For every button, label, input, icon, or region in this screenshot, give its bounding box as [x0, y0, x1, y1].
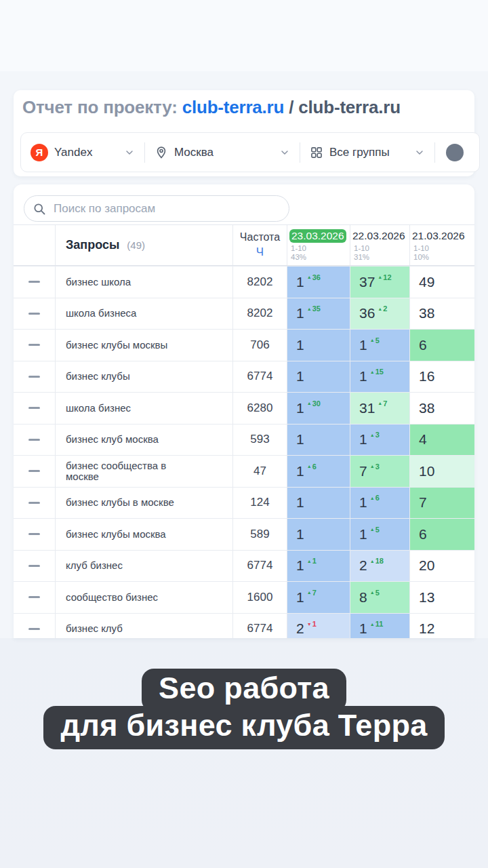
delta-arrow-icon: ▲: [370, 496, 375, 500]
frequency-cell: 6774: [233, 551, 287, 582]
frequency-value: 1600: [247, 591, 273, 604]
table-row[interactable]: сообщество бизнес 1600 1 ▲7 8 ▲5 13: [14, 581, 474, 613]
frequency-value: 6774: [247, 622, 273, 635]
query-cell[interactable]: сообщество бизнес: [56, 582, 233, 613]
drag-handle[interactable]: [14, 330, 56, 361]
table-row[interactable]: бизнес клуб москва 593 1 1 ▲3 4: [14, 424, 474, 456]
frequency-cell: 706: [233, 330, 287, 361]
grid-icon: [310, 146, 323, 159]
drag-handle-icon: [28, 407, 40, 409]
drag-handle[interactable]: [14, 614, 56, 639]
search-engine-selector[interactable]: Я Yandex: [21, 133, 144, 172]
position-cell: 7 ▲3: [350, 456, 410, 487]
drag-handle[interactable]: [14, 298, 56, 330]
position-cell: 16: [410, 361, 474, 393]
frequency-cell: 8202: [233, 267, 287, 298]
delta-arrow-icon: ▲: [378, 307, 382, 311]
position-delta: ▲3: [370, 431, 380, 439]
position-value: 2: [296, 620, 304, 637]
page-title-prefix: Отчет по проекту:: [22, 97, 178, 117]
frequency-cell: 6774: [233, 361, 287, 393]
drag-handle[interactable]: [14, 582, 56, 613]
delta-value: 7: [312, 589, 317, 597]
frequency-column-header[interactable]: Частота Ч: [233, 225, 287, 265]
position-delta: ▲15: [370, 368, 384, 376]
project-link[interactable]: club-terra.ru: [182, 97, 285, 117]
position-cell: 6: [410, 330, 474, 361]
drag-handle[interactable]: [14, 519, 56, 550]
groups-label: Все группы: [329, 146, 390, 159]
table-row[interactable]: бизнес клуб 6774 2 ▼1 1 ▲11 12: [14, 613, 474, 639]
position-delta: ▲12: [378, 273, 391, 281]
table-row[interactable]: школа бизнеса 8202 1 ▲35 36 ▲2 38: [14, 298, 474, 330]
filter-toolbar: Я Yandex Москва Все группы: [20, 132, 480, 172]
table-row[interactable]: бизнес клубы москвы 706 1 1 ▲5 6: [14, 329, 474, 361]
query-cell[interactable]: бизнес клубы москва: [56, 519, 233, 550]
position-value: 1: [296, 337, 304, 353]
position-delta: ▲5: [370, 526, 380, 534]
search-input[interactable]: [52, 201, 281, 216]
drag-handle[interactable]: [14, 267, 56, 298]
position-value: 1: [296, 305, 304, 321]
position-value: 1: [296, 526, 304, 542]
position-cell: 2 ▲18: [350, 551, 410, 582]
table-row[interactable]: бизнес клубы москва 589 1 1 ▲5 6: [14, 518, 474, 550]
position-value: 1: [359, 494, 367, 511]
query-cell[interactable]: клуб бизнес: [56, 551, 233, 582]
query-text: школа бизнес: [66, 403, 131, 414]
table-row[interactable]: клуб бизнес 6774 1 ▲1 2 ▲18 20: [14, 550, 474, 582]
drag-handle[interactable]: [14, 488, 56, 519]
position-delta: ▲5: [370, 589, 380, 597]
query-cell[interactable]: школа бизнес: [56, 393, 233, 424]
drag-handle[interactable]: [14, 425, 56, 456]
date-chip: 23.03.2026: [289, 229, 346, 243]
position-cell: 31 ▲7: [350, 393, 410, 424]
position-cell: 38: [410, 298, 474, 330]
handle-column-header: [14, 225, 56, 265]
table-row[interactable]: школа бизнес 6280 1 ▲30 31 ▲7 38: [14, 392, 474, 424]
position-cell: 1: [287, 425, 350, 456]
drag-handle[interactable]: [14, 361, 56, 393]
table-row[interactable]: бизнес школа 8202 1 ▲36 37 ▲12 49: [14, 266, 474, 298]
position-delta: ▲18: [370, 557, 384, 565]
date-column-header[interactable]: 22.03.2026 1-10 31%: [350, 225, 410, 265]
chevron-down-icon: [279, 147, 290, 158]
table-row[interactable]: бизнес клубы в москве 124 1 1 ▲6 7: [14, 487, 474, 519]
query-cell[interactable]: бизнес клуб: [56, 614, 233, 639]
drag-handle[interactable]: [14, 456, 56, 487]
frequency-cell: 6774: [233, 614, 287, 639]
query-cell[interactable]: бизнес клубы: [56, 361, 233, 393]
position-value: 1: [296, 557, 304, 574]
caption-line-2: для бизнес клуба Терра: [43, 706, 444, 749]
region-selector[interactable]: Москва: [145, 133, 300, 172]
position-cell: 7: [410, 488, 474, 519]
frequency-sort-toggle[interactable]: Ч: [256, 245, 264, 259]
position-cell: 12: [410, 614, 474, 639]
query-cell[interactable]: бизнес клубы в москве: [56, 488, 233, 519]
query-cell[interactable]: бизнес клуб москва: [56, 425, 233, 456]
date-column-header[interactable]: 23.03.2026 1-10 43%: [287, 225, 350, 265]
toggle-circle-icon[interactable]: [446, 144, 464, 161]
query-cell[interactable]: бизнес школа: [56, 267, 233, 298]
position-value: 20: [419, 557, 434, 574]
groups-selector[interactable]: Все группы: [300, 133, 434, 172]
query-cell[interactable]: бизнес сообщества в москве: [56, 456, 233, 487]
position-value: 38: [419, 305, 434, 321]
position-value: 36: [359, 305, 375, 321]
frequency-cell: 8202: [233, 298, 287, 330]
query-cell[interactable]: школа бизнеса: [56, 298, 233, 330]
report-header-card: Отчет по проекту: club-terra.ru / club-t…: [14, 90, 474, 176]
search-icon: [33, 202, 46, 216]
delta-value: 6: [312, 462, 317, 471]
drag-handle[interactable]: [14, 393, 56, 424]
date-column-header[interactable]: 21.03.2026 1-10 10%: [410, 225, 474, 265]
position-cell: 1 ▲7: [287, 582, 350, 613]
delta-value: 5: [375, 589, 380, 597]
position-cell: 1 ▲1: [287, 551, 350, 582]
table-row[interactable]: бизнес сообщества в москве 47 1 ▲6 7 ▲3 …: [14, 455, 474, 487]
drag-handle[interactable]: [14, 551, 56, 582]
position-range: 1-10: [289, 244, 306, 253]
table-row[interactable]: бизнес клубы 6774 1 1 ▲15 16: [14, 361, 474, 393]
query-cell[interactable]: бизнес клубы москвы: [56, 330, 233, 361]
query-table-body: бизнес школа 8202 1 ▲36 37 ▲12 49 школа …: [14, 266, 474, 638]
